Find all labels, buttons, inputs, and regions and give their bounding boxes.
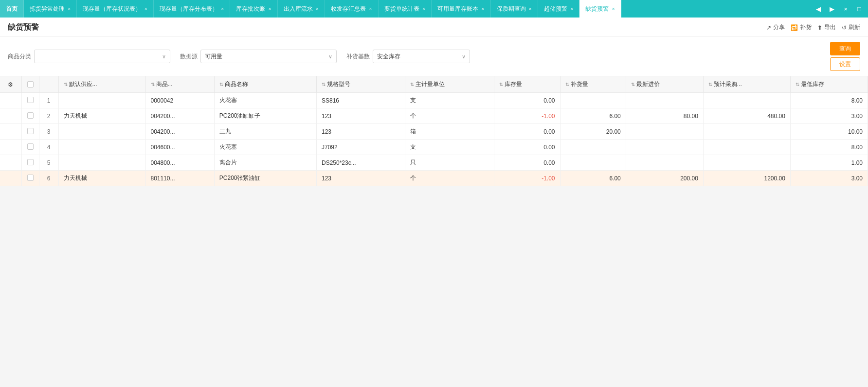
row-est-purchase [703, 124, 790, 140]
row-checkbox-cell[interactable] [21, 93, 39, 108]
row-supplier [58, 124, 145, 140]
row-checkbox-cell[interactable] [21, 155, 39, 171]
row-name: PC200张紧油缸 [214, 171, 316, 186]
row-checkbox[interactable] [27, 143, 34, 150]
table-row[interactable]: 4 004600... 火花塞 J7092 支 0.00 8.00 [0, 140, 868, 155]
nav-item-expiry[interactable]: 保质期查询 × [491, 0, 538, 18]
row-replenish [560, 93, 626, 108]
share-button[interactable]: ↗ 分享 [766, 23, 785, 32]
select-all-checkbox[interactable] [27, 81, 34, 88]
table-row[interactable]: 1 0000042 火花塞 SS816 支 0.00 8.00 [0, 93, 868, 108]
col-header-code[interactable]: ⇅ 商品... [145, 76, 214, 93]
row-spec: 123 [316, 124, 405, 140]
settings-button[interactable]: 设置 [830, 57, 860, 71]
nav-item-overstock[interactable]: 超储预警 × [538, 0, 579, 18]
row-checkbox[interactable] [27, 128, 34, 134]
row-stock: -1.00 [494, 108, 560, 124]
row-gear-cell [0, 140, 21, 155]
sort-icon: ⇅ [219, 82, 223, 87]
nav-item-stock-dist[interactable]: 现存量（库存分布表） × [154, 0, 230, 18]
nav-close-button[interactable]: × [839, 2, 852, 16]
row-unit: 箱 [405, 124, 494, 140]
nav-item-home[interactable]: 首页 [0, 0, 24, 18]
nav-next-button[interactable]: ▶ [825, 2, 839, 16]
nav-label-stock-status: 现存量（库存状况表） [83, 5, 141, 13]
col-header-spec[interactable]: ⇅ 规格型号 [316, 76, 405, 93]
row-est-purchase: 1200.00 [703, 171, 790, 186]
row-stock: 0.00 [494, 155, 560, 171]
category-select[interactable]: ∨ [34, 50, 170, 63]
nav-item-shortage[interactable]: 缺货预警 × [579, 0, 621, 18]
row-checkbox[interactable] [27, 97, 34, 103]
close-icon[interactable]: × [68, 6, 71, 12]
refresh-button[interactable]: ↺ 刷新 [842, 23, 860, 32]
row-unit: 只 [405, 155, 494, 171]
col-header-name[interactable]: ⇅ 商品名称 [214, 76, 316, 93]
close-icon[interactable]: × [316, 6, 319, 12]
close-icon[interactable]: × [612, 6, 615, 12]
row-unit: 支 [405, 140, 494, 155]
nav-item-recv-send[interactable]: 收发存汇总表 × [325, 0, 378, 18]
col-header-stock[interactable]: ⇅ 库存量 [494, 76, 560, 93]
nav-item-stock-flow[interactable]: 出入库流水 × [278, 0, 325, 18]
row-checkbox[interactable] [27, 112, 34, 119]
close-icon[interactable]: × [144, 6, 147, 12]
close-icon[interactable]: × [570, 6, 573, 12]
sort-icon: ⇅ [64, 82, 68, 87]
col-header-est-purchase[interactable]: ⇅ 预计采购... [703, 76, 790, 93]
col-header-latest-price[interactable]: ⇅ 最新进价 [626, 76, 703, 93]
nav-bar: 首页 拣货异常处理 × 现存量（库存状况表） × 现存量（库存分布表） × 库存… [0, 0, 868, 18]
table-row[interactable]: 2 力天机械 004200... PC200油缸缸子 123 个 -1.00 6… [0, 108, 868, 124]
nav-maximize-button[interactable]: □ [852, 2, 866, 16]
row-supplier [58, 155, 145, 171]
share-label: 分享 [773, 23, 785, 32]
nav-item-stock-batch[interactable]: 库存批次账 × [230, 0, 277, 18]
row-checkbox-cell[interactable] [21, 108, 39, 124]
nav-item-pick-error[interactable]: 拣货异常处理 × [24, 0, 77, 18]
row-min-stock: 8.00 [790, 93, 868, 108]
row-replenish: 6.00 [560, 108, 626, 124]
row-checkbox[interactable] [27, 159, 34, 165]
close-icon[interactable]: × [369, 6, 372, 12]
col-header-gear[interactable]: ⚙ [0, 76, 21, 93]
export-button[interactable]: ⬆ 导出 [817, 23, 836, 32]
row-checkbox[interactable] [27, 175, 34, 181]
row-replenish: 6.00 [560, 171, 626, 186]
col-header-supplier[interactable]: ⇅ 默认供应... [58, 76, 145, 93]
table-row[interactable]: 6 力天机械 801110... PC200张紧油缸 123 个 -1.00 6… [0, 171, 868, 186]
col-header-checkbox[interactable] [21, 76, 39, 93]
row-checkbox-cell[interactable] [21, 140, 39, 155]
table-row[interactable]: 5 004800... 离合片 DS250*23c... 只 0.00 1.00 [0, 155, 868, 171]
nav-label-stock-dist: 现存量（库存分布表） [160, 5, 218, 13]
query-button[interactable]: 查询 [830, 42, 860, 55]
row-gear-cell [0, 171, 21, 186]
row-name: PC200油缸缸子 [214, 108, 316, 124]
nav-item-order-stat[interactable]: 要货单统计表 × [379, 0, 432, 18]
col-header-unit[interactable]: ⇅ 主计量单位 [405, 76, 494, 93]
close-icon[interactable]: × [422, 6, 425, 12]
row-gear-cell [0, 124, 21, 140]
row-replenish [560, 155, 626, 171]
share-icon: ↗ [766, 24, 771, 31]
col-header-replenish[interactable]: ⇅ 补货量 [560, 76, 626, 93]
close-icon[interactable]: × [221, 6, 224, 12]
replenish-value: 安全库存 [377, 53, 400, 61]
row-code: 004600... [145, 140, 214, 155]
nav-item-available[interactable]: 可用量库存账本 × [432, 0, 490, 18]
table-row[interactable]: 3 004200... 三九 123 箱 0.00 20.00 10.00 [0, 124, 868, 140]
sort-icon: ⇅ [499, 82, 503, 87]
row-checkbox-cell[interactable] [21, 171, 39, 186]
close-icon[interactable]: × [268, 6, 271, 12]
col-header-min-stock[interactable]: ⇅ 最低库存 [790, 76, 868, 93]
row-checkbox-cell[interactable] [21, 124, 39, 140]
close-icon[interactable]: × [481, 6, 484, 12]
replenish-icon: 🔁 [791, 24, 798, 31]
datasource-select[interactable]: 可用量 ∨ [200, 50, 337, 63]
replenish-button[interactable]: 🔁 补货 [791, 23, 812, 32]
nav-item-stock-status[interactable]: 现存量（库存状况表） × [77, 0, 153, 18]
replenish-select[interactable]: 安全库存 ∨ [373, 50, 470, 63]
close-icon[interactable]: × [529, 6, 532, 12]
nav-prev-button[interactable]: ◀ [812, 2, 825, 16]
chevron-down-icon: ∨ [328, 53, 332, 60]
sort-icon: ⇅ [565, 82, 569, 87]
